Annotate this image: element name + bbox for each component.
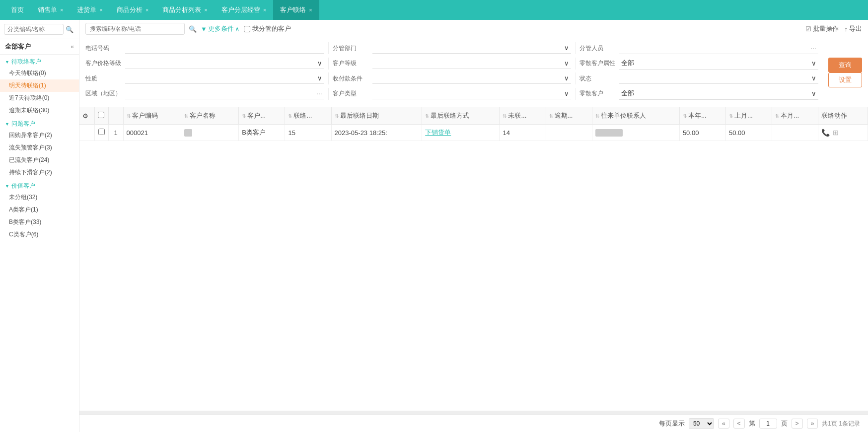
price-level-label: 客户价格等级 [85, 59, 125, 68]
th-action: 联络动作 [818, 107, 868, 125]
nature-select[interactable]: ∨ [125, 73, 324, 84]
status-select[interactable]: ∨ [619, 73, 818, 84]
th-checkbox[interactable] [94, 107, 108, 125]
main-layout: 🔍 全部客户 « 待联络客户 今天待联络(0) 明天待联络(1) 近7天待联络(… [0, 20, 868, 432]
horizontal-scrollbar[interactable] [79, 411, 868, 415]
sidebar-collapse-icon[interactable]: « [71, 43, 74, 50]
table-area: ⚙ 客户编码 客户名称 客户... 联络... 最后联络日期 最后联络方式 未联… [79, 107, 868, 411]
customer-type-select[interactable]: ∨ [372, 88, 572, 99]
th-this-year[interactable]: 本年... [679, 107, 725, 125]
sidebar-item-churn-warning[interactable]: 流失预警客户(3) [0, 142, 79, 154]
th-gear[interactable]: ⚙ [79, 107, 94, 125]
batch-op-button[interactable]: ☑ 批量操作 [805, 24, 839, 33]
sidebar-item-repurchase-anomaly[interactable]: 回购异常客户(2) [0, 129, 79, 142]
sidebar-all-customers[interactable]: 全部客户 « [0, 39, 79, 55]
sidebar-search-icon[interactable]: 🔍 [66, 26, 73, 33]
nav-home[interactable]: 首页 [4, 0, 31, 20]
filter-cell-customer-grade: 客户等级 ∨ [333, 58, 572, 69]
settings-button[interactable]: 设置 [828, 72, 862, 87]
sidebar-search-input[interactable] [4, 24, 64, 35]
manager-select[interactable]: ··· [619, 43, 818, 54]
close-purchase-icon[interactable]: × [99, 7, 102, 13]
sidebar-item-churned[interactable]: 已流失客户(24) [0, 154, 79, 166]
close-sales-icon[interactable]: × [60, 7, 63, 13]
price-level-select[interactable]: ∨ [125, 58, 324, 69]
last-page-button[interactable]: » [807, 419, 818, 429]
sidebar-item-today[interactable]: 今天待联络(0) [0, 67, 79, 79]
customer-grade-select[interactable]: ∨ [372, 58, 572, 69]
sidebar-item-7days[interactable]: 近7天待联络(0) [0, 92, 79, 104]
next-page-button[interactable]: > [792, 419, 803, 429]
retail-customer-select[interactable]: 全部∨ [619, 87, 818, 100]
cell-contact: 15 [285, 125, 331, 141]
nav-item-purchase[interactable]: 进货单 × [70, 0, 109, 20]
current-page-input[interactable]: 1 [759, 419, 777, 429]
th-last-month[interactable]: 上月... [726, 107, 772, 125]
search-button[interactable]: 🔍 [189, 25, 197, 33]
close-customer-contact-icon[interactable]: × [309, 7, 312, 13]
nav-item-sales[interactable]: 销售单 × [31, 0, 70, 20]
sidebar-item-declining[interactable]: 持续下滑客户(2) [0, 166, 79, 179]
cell-last-contact-date: 2023-05-23 18:25: [331, 125, 422, 141]
sidebar-group-pending: 待联络客户 [0, 55, 79, 67]
th-code[interactable]: 客户编码 [123, 107, 181, 125]
th-name[interactable]: 客户名称 [181, 107, 238, 125]
status-label: 状态 [579, 74, 619, 83]
chevron-up-icon: ∧ [235, 25, 240, 33]
cell-overdue [546, 125, 592, 141]
first-page-button[interactable]: « [718, 419, 729, 429]
th-last-contact-date[interactable]: 最后联络日期 [331, 107, 422, 125]
th-overdue[interactable]: 逾期... [546, 107, 592, 125]
filter-cell-region: 区域（地区） ··· [85, 88, 324, 99]
sidebar-item-class-b[interactable]: B类客户(33) [0, 216, 79, 228]
search-input[interactable] [85, 23, 185, 35]
per-page-select[interactable]: 50 100 200 [689, 418, 714, 429]
sidebar-item-class-c[interactable]: C类客户(6) [0, 228, 79, 241]
nav-item-customer-tier[interactable]: 客户分层经营 × [215, 0, 273, 20]
page-label: 第 [749, 419, 755, 428]
nature-label: 性质 [85, 74, 125, 83]
sidebar-group-problem: 问题客户 [0, 117, 79, 129]
last-contact-way-link[interactable]: 下销货单 [425, 129, 451, 136]
filter-bar: 🔍 ▼ 更多条件 ∧ 我分管的客户 ☑ 批量操作 ↑ 导出 [79, 20, 868, 38]
close-customer-tier-icon[interactable]: × [263, 7, 266, 13]
payment-select[interactable]: ∨ [372, 73, 572, 84]
export-button[interactable]: ↑ 导出 [845, 24, 863, 33]
nav-item-analysis[interactable]: 商品分析 × [110, 0, 155, 20]
grid-action-icon[interactable]: ⊞ [833, 129, 839, 137]
more-conditions-button[interactable]: ▼ 更多条件 ∧ [201, 24, 240, 33]
cell-checkbox[interactable] [94, 125, 108, 141]
th-contact[interactable]: 联络... [285, 107, 331, 125]
sidebar-item-tomorrow[interactable]: 明天待联络(1) [0, 79, 79, 92]
sidebar-item-overdue[interactable]: 逾期未联络(30) [0, 104, 79, 117]
export-icon: ↑ [845, 25, 848, 33]
my-customers-checkbox[interactable] [244, 26, 250, 32]
phone-input[interactable] [125, 43, 324, 54]
nav-item-analysis-list[interactable]: 商品分析列表 × [155, 0, 214, 20]
select-all-checkbox[interactable] [98, 112, 104, 118]
cell-last-contact-way[interactable]: 下销货单 [422, 125, 500, 141]
close-analysis-icon[interactable]: × [145, 7, 148, 13]
content-area: 🔍 ▼ 更多条件 ∧ 我分管的客户 ☑ 批量操作 ↑ 导出 [79, 20, 868, 432]
th-not-contacted[interactable]: 未联... [500, 107, 546, 125]
my-customers-checkbox-area[interactable]: 我分管的客户 [244, 24, 291, 33]
sidebar: 🔍 全部客户 « 待联络客户 今天待联络(0) 明天待联络(1) 近7天待联络(… [0, 20, 79, 432]
th-unit-contact[interactable]: 往来单位联系人 [592, 107, 679, 125]
th-this-month[interactable]: 本月... [772, 107, 818, 125]
cell-type: B类客户 [239, 125, 285, 141]
phone-action-icon[interactable]: 📞 [821, 129, 830, 137]
region-select[interactable]: ··· [125, 88, 324, 99]
table-row: 1 000021 Ea B类客户 15 2023-05-23 18:25: 下销… [79, 125, 868, 141]
th-type[interactable]: 客户... [239, 107, 285, 125]
query-button[interactable]: 查询 [828, 58, 862, 72]
dept-select[interactable]: ∨ [372, 43, 572, 54]
row-checkbox[interactable] [98, 129, 105, 135]
nav-item-customer-contact[interactable]: 客户联络 × [273, 0, 319, 20]
cell-num: 1 [108, 125, 123, 141]
th-last-contact-way[interactable]: 最后联络方式 [422, 107, 500, 125]
sidebar-item-ungrouped[interactable]: 未分组(32) [0, 191, 79, 204]
prev-page-button[interactable]: < [733, 419, 745, 429]
sidebar-item-class-a[interactable]: A类客户(1) [0, 204, 79, 216]
retail-attr-select[interactable]: 全部∨ [619, 57, 818, 70]
close-analysis-list-icon[interactable]: × [204, 7, 207, 13]
